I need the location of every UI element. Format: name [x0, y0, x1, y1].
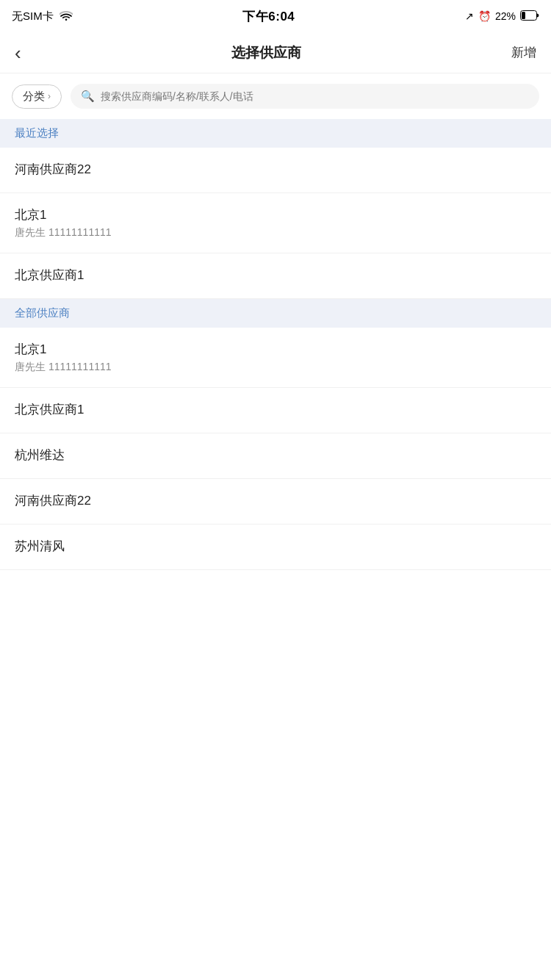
supplier-item[interactable]: 北京1唐先生 11111111111 — [0, 328, 551, 388]
add-button[interactable]: 新增 — [511, 44, 536, 61]
page-title: 选择供应商 — [231, 43, 301, 62]
supplier-name: 杭州维达 — [15, 447, 536, 464]
search-input[interactable] — [101, 90, 529, 102]
supplier-name: 北京供应商1 — [15, 267, 536, 284]
supplier-name: 河南供应商22 — [15, 161, 536, 178]
battery-level: 22% — [495, 10, 516, 22]
location-icon: ↗ — [465, 10, 474, 22]
status-right: ↗ ⏰ 22% — [465, 10, 539, 23]
supplier-contact: 唐先生 11111111111 — [15, 226, 536, 239]
status-left: 无SIM卡 — [12, 10, 73, 24]
supplier-contact: 唐先生 11111111111 — [15, 361, 536, 374]
wifi-icon — [60, 10, 73, 23]
supplier-item[interactable]: 苏州清风 — [0, 525, 551, 570]
status-bar: 无SIM卡 下午6:04 ↗ ⏰ 22% — [0, 0, 551, 32]
status-time: 下午6:04 — [242, 8, 295, 25]
filter-bar: 分类 › 🔍 — [0, 73, 551, 119]
recent-section-header: 最近选择 — [0, 119, 551, 148]
supplier-item[interactable]: 河南供应商22 — [0, 148, 551, 193]
all-section-header: 全部供应商 — [0, 299, 551, 328]
supplier-item[interactable]: 河南供应商22 — [0, 479, 551, 525]
supplier-item[interactable]: 北京1唐先生 11111111111 — [0, 193, 551, 253]
nav-bar: ‹ 选择供应商 新增 — [0, 32, 551, 73]
supplier-name: 北京1 — [15, 341, 536, 358]
battery-icon — [520, 10, 539, 23]
category-button[interactable]: 分类 › — [12, 84, 62, 109]
all-section-label: 全部供应商 — [15, 306, 70, 319]
search-bar[interactable]: 🔍 — [71, 84, 539, 109]
search-icon: 🔍 — [81, 90, 95, 103]
supplier-item[interactable]: 杭州维达 — [0, 433, 551, 479]
supplier-item[interactable]: 北京供应商1 — [0, 253, 551, 299]
chevron-right-icon: › — [48, 91, 51, 101]
svg-rect-1 — [522, 12, 525, 19]
supplier-item[interactable]: 北京供应商1 — [0, 388, 551, 433]
recent-section-label: 最近选择 — [15, 126, 59, 139]
alarm-icon: ⏰ — [478, 10, 491, 22]
supplier-name: 苏州清风 — [15, 538, 536, 555]
category-label: 分类 — [23, 90, 45, 104]
supplier-name: 北京1 — [15, 206, 536, 223]
all-items-list: 北京1唐先生 11111111111北京供应商1杭州维达河南供应商22苏州清风 — [0, 328, 551, 570]
back-button[interactable]: ‹ — [15, 43, 21, 62]
sim-status: 无SIM卡 — [12, 10, 54, 24]
supplier-name: 北京供应商1 — [15, 401, 536, 418]
supplier-name: 河南供应商22 — [15, 492, 536, 509]
recent-items-list: 河南供应商22北京1唐先生 11111111111北京供应商1 — [0, 148, 551, 299]
